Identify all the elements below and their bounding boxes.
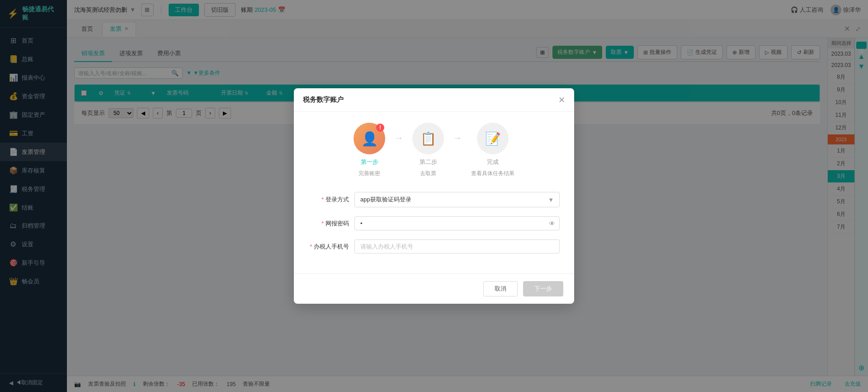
- password-input[interactable]: [354, 216, 560, 230]
- step2-label: 第二步: [420, 158, 437, 166]
- next-btn[interactable]: 下一步: [523, 281, 563, 296]
- step3-label: 完成: [487, 158, 499, 166]
- phone-input[interactable]: [354, 239, 560, 253]
- step3-desc: 查看具体任务结果: [471, 170, 514, 177]
- login-method-control: app获取验证码登录 ▼: [354, 192, 560, 207]
- step3-icon: 📝: [485, 131, 501, 146]
- login-method-label: 登录方式: [308, 196, 349, 204]
- form-row-password: 网报密码 👁: [308, 216, 560, 230]
- modal-overlay: 税务数字账户 ✕ 👤 ! 第一步 完善账密 →: [0, 0, 868, 392]
- step3-icon-wrap: 📝: [477, 123, 509, 154]
- step2-icon: 📋: [420, 131, 436, 146]
- step-3: 📝 完成 查看具体任务结果: [471, 123, 514, 177]
- step1-badge: !: [376, 124, 384, 132]
- password-toggle-icon[interactable]: 👁: [549, 220, 555, 227]
- step1-desc: 完善账密: [359, 170, 380, 177]
- phone-control: [354, 239, 560, 253]
- step1-icon: 👤: [361, 131, 378, 147]
- step-2: 📋 第二步 去取票: [412, 123, 444, 177]
- cancel-btn[interactable]: 取消: [483, 281, 518, 296]
- password-input-wrap: 👁: [354, 216, 560, 230]
- password-label: 网报密码: [308, 220, 349, 228]
- password-control: 👁: [354, 216, 560, 230]
- modal-close-btn[interactable]: ✕: [558, 96, 565, 104]
- step1-icon-wrap: 👤 !: [354, 123, 385, 154]
- steps: 👤 ! 第一步 完善账密 → 📋 第二步 去取票: [308, 123, 560, 177]
- modal-title: 税务数字账户: [303, 96, 344, 104]
- form-row-phone: 办税人手机号: [308, 239, 560, 253]
- tax-digital-modal: 税务数字账户 ✕ 👤 ! 第一步 完善账密 →: [294, 88, 574, 304]
- step-1: 👤 ! 第一步 完善账密: [354, 123, 385, 177]
- step2-icon-wrap: 📋: [412, 123, 444, 154]
- step2-desc: 去取票: [420, 170, 436, 177]
- step1-label: 第一步: [361, 158, 378, 166]
- login-method-select[interactable]: app获取验证码登录 ▼: [354, 192, 560, 207]
- phone-label: 办税人手机号: [308, 243, 349, 251]
- modal-body: 👤 ! 第一步 完善账密 → 📋 第二步 去取票: [294, 112, 574, 273]
- modal-footer: 取消 下一步: [294, 273, 574, 304]
- step-arrow-1: →: [385, 133, 412, 143]
- form-row-login: 登录方式 app获取验证码登录 ▼: [308, 192, 560, 207]
- step-arrow-2: →: [444, 133, 471, 143]
- select-dropdown-icon: ▼: [548, 196, 554, 203]
- modal-header: 税务数字账户 ✕: [294, 88, 574, 112]
